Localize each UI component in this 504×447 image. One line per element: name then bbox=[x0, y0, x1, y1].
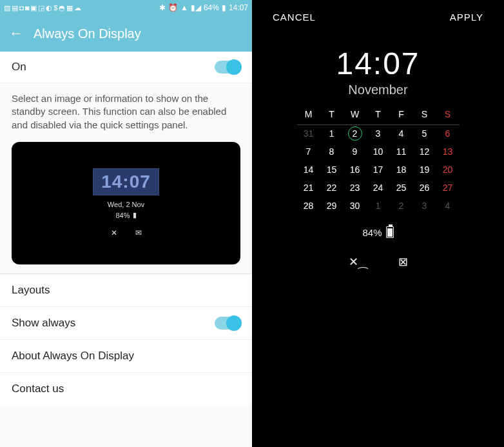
calendar-day[interactable]: 10 bbox=[367, 143, 390, 161]
calendar-day[interactable]: 19 bbox=[413, 161, 436, 179]
notif-icon: $ bbox=[53, 4, 57, 12]
battery-icon bbox=[386, 226, 394, 238]
calendar-day[interactable]: 9 bbox=[344, 143, 367, 161]
app-header: ← Always On Display bbox=[0, 15, 252, 52]
calendar-day[interactable]: 29 bbox=[320, 197, 344, 215]
show-always-row[interactable]: Show always bbox=[0, 306, 252, 339]
message-icon: ✉ bbox=[135, 228, 142, 237]
description-text: Select an image or information to show o… bbox=[0, 83, 252, 138]
dow-header: T bbox=[320, 106, 344, 124]
calendar-day[interactable]: 17 bbox=[367, 161, 390, 179]
notif-icon: ◓ bbox=[59, 4, 65, 12]
dow-header: F bbox=[390, 106, 413, 124]
status-bar: ▧ ▤ ◘ ◙ ▣ ◲ ◐ $ ◓ ▦ ☁ ✱ ⏰ ▲ ▮◢ 64% ▮ 14:… bbox=[0, 0, 252, 15]
calendar-day[interactable]: 22 bbox=[320, 179, 344, 197]
dow-header: M bbox=[297, 106, 320, 124]
calendar-day[interactable]: 30 bbox=[344, 197, 367, 215]
on-label: On bbox=[12, 61, 26, 74]
back-icon[interactable]: ← bbox=[9, 25, 23, 42]
calendar-day[interactable]: 3 bbox=[413, 197, 436, 215]
clock: 14:07 bbox=[229, 3, 248, 12]
battery-icon: ▮ bbox=[222, 3, 226, 12]
status-icons-left: ▧ ▤ ◘ ◙ ▣ ◲ ◐ $ ◓ ▦ ☁ bbox=[4, 4, 81, 12]
notif-icon: ◲ bbox=[38, 4, 44, 12]
status-icons-right: ✱ ⏰ ▲ ▮◢ 64% ▮ 14:07 bbox=[159, 3, 248, 12]
calendar-day[interactable]: 4 bbox=[390, 124, 413, 143]
calendar-day[interactable]: 26 bbox=[413, 179, 436, 197]
calendar-day[interactable]: 24 bbox=[367, 179, 390, 197]
alarm-icon: ⏰ bbox=[168, 3, 178, 12]
about-row[interactable]: About Always On Display bbox=[0, 339, 252, 372]
show-always-label: Show always bbox=[12, 317, 75, 330]
aod-notif-icons: ✕⁔ ⊠ bbox=[349, 255, 408, 269]
notif-icon: ▤ bbox=[12, 4, 18, 12]
bluetooth-icon: ✱ bbox=[159, 3, 166, 12]
calendar-day[interactable]: 7 bbox=[297, 143, 320, 161]
calendar-day[interactable]: 8 bbox=[320, 143, 344, 161]
calendar-day[interactable]: 1 bbox=[367, 197, 390, 215]
notif-icon: ▦ bbox=[66, 4, 73, 12]
wifi-icon: ▲ bbox=[180, 3, 188, 12]
calendar-day[interactable]: 3 bbox=[367, 124, 390, 143]
aod-preview[interactable]: 14:07 Wed, 2 Nov 84%▮ ✕ ✉ bbox=[12, 142, 240, 264]
calendar-day[interactable]: 6 bbox=[436, 124, 460, 143]
aod-month: November bbox=[348, 83, 407, 97]
calendar-day[interactable]: 14 bbox=[297, 161, 320, 179]
dow-header: S bbox=[413, 106, 436, 124]
notif-icon: ◘ bbox=[19, 4, 24, 12]
dow-header: S bbox=[436, 106, 460, 124]
calendar-day[interactable]: 16 bbox=[344, 161, 367, 179]
calendar-day[interactable]: 18 bbox=[390, 161, 413, 179]
calendar-day[interactable]: 1 bbox=[320, 124, 344, 143]
settings-screen: ▧ ▤ ◘ ◙ ▣ ◲ ◐ $ ◓ ▦ ☁ ✱ ⏰ ▲ ▮◢ 64% ▮ 14:… bbox=[0, 0, 252, 447]
preview-clock: 14:07 bbox=[93, 168, 159, 195]
preview-battery: 84%▮ bbox=[115, 211, 136, 219]
calendar-day[interactable]: 12 bbox=[413, 143, 436, 161]
missed-call-icon: ✕⁔ bbox=[349, 255, 367, 269]
on-toggle[interactable] bbox=[215, 61, 240, 74]
message-icon: ⊠ bbox=[398, 255, 408, 269]
calendar-day[interactable]: 21 bbox=[297, 179, 320, 197]
aod-apply-screen: CANCEL APPLY 14:07 November MTWTFSS 3112… bbox=[252, 0, 504, 447]
calendar-day[interactable]: 25 bbox=[390, 179, 413, 197]
calendar-day[interactable]: 2 bbox=[344, 124, 367, 143]
calendar-day[interactable]: 2 bbox=[390, 197, 413, 215]
cancel-button[interactable]: CANCEL bbox=[273, 12, 316, 23]
calendar-day[interactable]: 20 bbox=[436, 161, 460, 179]
notif-icon: ◙ bbox=[25, 4, 30, 12]
calendar-day[interactable]: 13 bbox=[436, 143, 460, 161]
battery-pct: 64% bbox=[204, 3, 219, 12]
aod-battery: 84% bbox=[362, 226, 393, 238]
aod-time: 14:07 bbox=[336, 46, 420, 81]
layouts-row[interactable]: Layouts bbox=[0, 273, 252, 306]
calendar-day[interactable]: 15 bbox=[320, 161, 344, 179]
show-always-toggle[interactable] bbox=[215, 317, 240, 330]
notif-icon: ▣ bbox=[30, 4, 37, 12]
page-title: Always On Display bbox=[34, 26, 141, 41]
calendar-day[interactable]: 28 bbox=[297, 197, 320, 215]
battery-icon: ▮ bbox=[133, 211, 137, 219]
notif-icon: ▧ bbox=[4, 4, 10, 12]
preview-notif-icons: ✕ ✉ bbox=[111, 228, 142, 237]
notif-icon: ◐ bbox=[46, 4, 52, 12]
missed-call-icon: ✕ bbox=[111, 228, 117, 237]
calendar: MTWTFSS 31123456789101112131415161718192… bbox=[297, 106, 460, 215]
dow-header: W bbox=[344, 106, 367, 124]
calendar-day[interactable]: 23 bbox=[344, 179, 367, 197]
preview-date: Wed, 2 Nov bbox=[108, 201, 144, 208]
calendar-day[interactable]: 31 bbox=[297, 124, 320, 143]
calendar-day[interactable]: 4 bbox=[436, 197, 460, 215]
contact-row[interactable]: Contact us bbox=[0, 372, 252, 405]
notif-icon: ☁ bbox=[74, 4, 81, 12]
calendar-day[interactable]: 27 bbox=[436, 179, 460, 197]
apply-button[interactable]: APPLY bbox=[450, 12, 483, 23]
on-toggle-row[interactable]: On bbox=[0, 52, 252, 83]
calendar-day[interactable]: 11 bbox=[390, 143, 413, 161]
signal-icon: ▮◢ bbox=[191, 3, 201, 12]
dow-header: T bbox=[367, 106, 390, 124]
calendar-day[interactable]: 5 bbox=[413, 124, 436, 143]
